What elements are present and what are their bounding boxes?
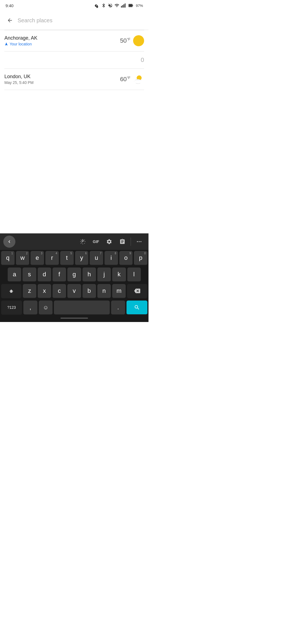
- shift-icon: [8, 288, 14, 294]
- location-arrow-icon: [4, 42, 8, 46]
- status-bar: 9:40 97%: [0, 0, 148, 11]
- divider-bottom: [4, 90, 144, 90]
- key-p[interactable]: 0p: [134, 251, 147, 265]
- key-z[interactable]: z: [23, 284, 36, 298]
- sunny-icon: [133, 35, 144, 46]
- svg-rect-1: [122, 5, 123, 8]
- back-arrow-icon: [7, 17, 13, 23]
- key-h[interactable]: h: [82, 268, 96, 282]
- key-x[interactable]: x: [38, 284, 51, 298]
- svg-point-15: [141, 241, 142, 242]
- key-f[interactable]: f: [53, 268, 66, 282]
- key-s[interactable]: s: [23, 268, 36, 282]
- location-name-anchorage: Anchorage, AK: [4, 35, 37, 41]
- key-g[interactable]: g: [67, 268, 81, 282]
- more-dots-icon: [136, 239, 142, 245]
- back-button[interactable]: [4, 15, 15, 26]
- key-t[interactable]: 5t: [60, 251, 74, 265]
- keyboard: I GIF 1q 2w 3e 4r 5t 6y 7u 8i 9o 0p a s …: [0, 233, 148, 322]
- status-time: 9:40: [6, 3, 13, 8]
- wifi-icon: [114, 3, 119, 8]
- toolbar-settings-button[interactable]: [103, 236, 115, 248]
- svg-point-14: [139, 241, 140, 242]
- svg-rect-2: [123, 4, 124, 8]
- home-indicator: [0, 316, 148, 319]
- key-r[interactable]: 4r: [45, 251, 59, 265]
- svg-rect-11: [134, 80, 143, 83]
- clipboard-icon: [119, 239, 125, 245]
- svg-rect-6: [132, 5, 133, 6]
- key-backspace[interactable]: [127, 284, 147, 298]
- gif-label: GIF: [93, 239, 99, 244]
- keyboard-row-1: 1q 2w 3e 4r 5t 6y 7u 8i 9o 0p: [0, 250, 148, 266]
- key-symbols[interactable]: ?123: [1, 301, 22, 315]
- toolbar-separator: [131, 238, 131, 246]
- key-y[interactable]: 6y: [75, 251, 89, 265]
- svg-rect-3: [125, 4, 125, 8]
- key-i[interactable]: 8i: [105, 251, 118, 265]
- text-cursor-icon: I: [80, 239, 86, 245]
- key-shift[interactable]: [1, 284, 21, 298]
- keyboard-row-4: ?123 , ☺ .: [0, 299, 148, 316]
- empty-item: 0: [0, 51, 148, 69]
- key-a[interactable]: a: [8, 268, 21, 282]
- key-space[interactable]: [54, 301, 110, 315]
- location-item-anchorage[interactable]: Anchorage, AK Your location 50°F: [0, 30, 148, 51]
- settings-icon: [106, 239, 112, 245]
- key-u[interactable]: 7u: [90, 251, 103, 265]
- battery-percentage: 97%: [136, 4, 143, 8]
- search-icon: [134, 304, 140, 310]
- key-m[interactable]: m: [112, 284, 126, 298]
- toolbar-gif-button[interactable]: GIF: [90, 236, 102, 248]
- svg-point-13: [137, 241, 138, 242]
- backspace-icon: [134, 288, 140, 294]
- key-search[interactable]: [127, 301, 147, 315]
- key-o[interactable]: 9o: [119, 251, 133, 265]
- partly-cloudy-icon: [133, 74, 144, 85]
- toolbar-back-button[interactable]: [3, 236, 15, 248]
- signal-icon: [121, 3, 126, 8]
- weather-anchorage: 50°F: [120, 35, 144, 46]
- mute-icon: [108, 3, 113, 8]
- keyboard-row-2: a s d f g h j k l: [0, 266, 148, 283]
- search-input[interactable]: Search places: [15, 16, 144, 25]
- toolbar-back-icon: [7, 239, 12, 244]
- battery-icon: [128, 3, 134, 8]
- key-j[interactable]: j: [97, 268, 111, 282]
- weather-temp-london: 60°F: [120, 76, 130, 83]
- key-e[interactable]: 3e: [31, 251, 44, 265]
- key-n[interactable]: n: [97, 284, 111, 298]
- location-info-anchorage: Anchorage, AK Your location: [4, 35, 37, 46]
- toolbar-more-button[interactable]: [133, 236, 145, 248]
- key-k[interactable]: k: [112, 268, 126, 282]
- keyboard-toolbar: I GIF: [0, 233, 148, 250]
- toolbar-clipboard-button[interactable]: [116, 236, 128, 248]
- weather-temp-anchorage: 50°F: [120, 37, 130, 44]
- search-header: Search places: [0, 11, 148, 30]
- key-w[interactable]: 2w: [16, 251, 29, 265]
- keyboard-row-3: z x c v b n m: [0, 283, 148, 299]
- key-icon: [95, 3, 100, 8]
- key-d[interactable]: d: [38, 268, 51, 282]
- your-location-label: Your location: [10, 42, 32, 46]
- location-item-london[interactable]: London, UK May 25, 5:40 PM 60°F: [0, 69, 148, 90]
- svg-text:I: I: [81, 241, 82, 244]
- status-icons: 97%: [95, 3, 143, 8]
- weather-london: 60°F: [120, 74, 144, 85]
- key-period[interactable]: .: [111, 301, 125, 315]
- location-sub-anchorage: Your location: [4, 42, 37, 46]
- key-b[interactable]: b: [82, 284, 96, 298]
- key-l[interactable]: l: [127, 268, 141, 282]
- key-comma[interactable]: ,: [23, 301, 37, 315]
- toolbar-text-cursor-button[interactable]: I: [77, 236, 89, 248]
- svg-rect-0: [121, 6, 122, 8]
- key-c[interactable]: c: [53, 284, 66, 298]
- bluetooth-icon: [101, 3, 106, 8]
- key-v[interactable]: v: [67, 284, 81, 298]
- location-info-london: London, UK May 25, 5:40 PM: [4, 74, 34, 85]
- key-emoji[interactable]: ☺: [39, 301, 53, 315]
- search-placeholder: Search places: [18, 17, 53, 23]
- home-bar: [61, 318, 88, 319]
- svg-rect-5: [129, 4, 132, 7]
- key-q[interactable]: 1q: [1, 251, 15, 265]
